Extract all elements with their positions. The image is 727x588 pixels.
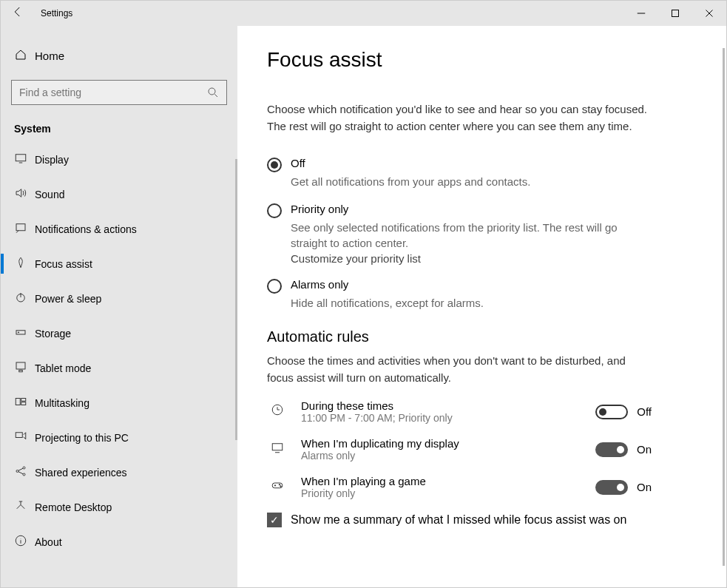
- rule-duplicating-display[interactable]: When I'm duplicating my display Alarms o…: [267, 437, 652, 462]
- home-button[interactable]: Home: [1, 41, 237, 71]
- clock-icon: [267, 403, 288, 420]
- search-icon: [206, 86, 220, 101]
- svg-rect-10: [21, 399, 26, 402]
- automatic-rules-heading: Automatic rules: [267, 328, 697, 345]
- sidebar-item-shared[interactable]: Shared experiences: [1, 455, 237, 490]
- svg-rect-18: [272, 444, 283, 450]
- toggle-playing-game[interactable]: [595, 480, 628, 495]
- sidebar-item-projecting[interactable]: Projecting to this PC: [1, 420, 237, 455]
- section-title: System: [1, 114, 237, 142]
- page-title: Focus assist: [267, 48, 697, 72]
- content-scrollbar[interactable]: [723, 48, 725, 566]
- sidebar-item-display[interactable]: Display: [1, 142, 237, 177]
- monitor-icon: [267, 441, 288, 458]
- sidebar-item-focus-assist[interactable]: Focus assist: [1, 246, 237, 281]
- window-title: Settings: [41, 8, 624, 18]
- sidebar-item-about[interactable]: About: [1, 524, 237, 559]
- storage-icon: [14, 325, 35, 341]
- radio-button-icon: [267, 158, 282, 172]
- toggle-duplicating-display[interactable]: [595, 442, 628, 457]
- svg-point-13: [16, 470, 18, 473]
- radio-button-icon: [267, 203, 282, 218]
- radio-off[interactable]: Off Get all notifications from your apps…: [267, 157, 697, 189]
- sidebar-item-multitasking[interactable]: Multitasking: [1, 385, 237, 420]
- svg-rect-9: [16, 399, 20, 405]
- back-button[interactable]: [1, 5, 35, 22]
- customize-priority-link[interactable]: Customize your priority list: [291, 252, 697, 265]
- page-description: Choose which notification you'd like to …: [267, 101, 652, 135]
- display-icon: [14, 152, 35, 167]
- power-icon: [14, 291, 35, 306]
- sidebar-item-storage[interactable]: Storage: [1, 316, 237, 351]
- svg-point-15: [23, 473, 25, 476]
- svg-point-20: [279, 484, 280, 486]
- svg-rect-3: [16, 224, 25, 231]
- close-button[interactable]: [692, 1, 726, 26]
- sidebar: Home System Display Sound Notifications …: [1, 26, 237, 587]
- about-icon: [14, 534, 35, 550]
- svg-rect-7: [16, 362, 25, 369]
- remote-icon: [14, 499, 35, 515]
- svg-point-6: [18, 332, 18, 333]
- rule-during-times[interactable]: During these times 11:00 PM - 7:00 AM; P…: [267, 399, 652, 424]
- multitasking-icon: [14, 395, 35, 410]
- svg-rect-11: [21, 402, 26, 405]
- radio-alarms[interactable]: Alarms only Hide all notifications, exce…: [267, 278, 697, 311]
- content-area: Focus assist Choose which notification y…: [237, 26, 726, 587]
- svg-rect-2: [16, 155, 26, 161]
- gamepad-icon: [267, 479, 288, 496]
- automatic-rules-desc: Choose the times and activities when you…: [267, 353, 652, 386]
- toggle-during-times[interactable]: [595, 405, 628, 419]
- notifications-icon: [14, 221, 35, 237]
- shared-icon: [14, 464, 35, 480]
- sidebar-item-remote[interactable]: Remote Desktop: [1, 490, 237, 524]
- sound-icon: [14, 186, 35, 202]
- svg-point-14: [23, 467, 25, 469]
- home-label: Home: [35, 50, 64, 62]
- sidebar-item-power[interactable]: Power & sleep: [1, 281, 237, 316]
- focus-icon: [14, 256, 35, 271]
- sidebar-item-sound[interactable]: Sound: [1, 177, 237, 212]
- minimize-button[interactable]: [624, 1, 658, 26]
- rule-playing-game[interactable]: When I'm playing a game Priority only On: [267, 475, 652, 499]
- projecting-icon: [14, 430, 35, 445]
- sidebar-item-notifications[interactable]: Notifications & actions: [1, 212, 237, 246]
- svg-rect-8: [19, 371, 23, 372]
- title-bar: Settings: [1, 1, 726, 26]
- summary-checkbox[interactable]: ✓ Show me a summary of what I missed whi…: [267, 513, 697, 527]
- radio-priority[interactable]: Priority only See only selected notifica…: [267, 203, 697, 265]
- svg-rect-12: [16, 433, 22, 438]
- search-input[interactable]: [11, 80, 227, 105]
- svg-point-21: [280, 486, 282, 487]
- home-icon: [14, 48, 35, 64]
- maximize-button[interactable]: [658, 1, 692, 26]
- radio-button-icon: [267, 279, 282, 294]
- checkbox-icon: ✓: [267, 513, 282, 527]
- svg-rect-5: [16, 331, 25, 334]
- sidebar-item-tablet[interactable]: Tablet mode: [1, 351, 237, 385]
- svg-point-1: [209, 88, 215, 95]
- tablet-icon: [14, 360, 35, 376]
- svg-rect-0: [672, 10, 679, 17]
